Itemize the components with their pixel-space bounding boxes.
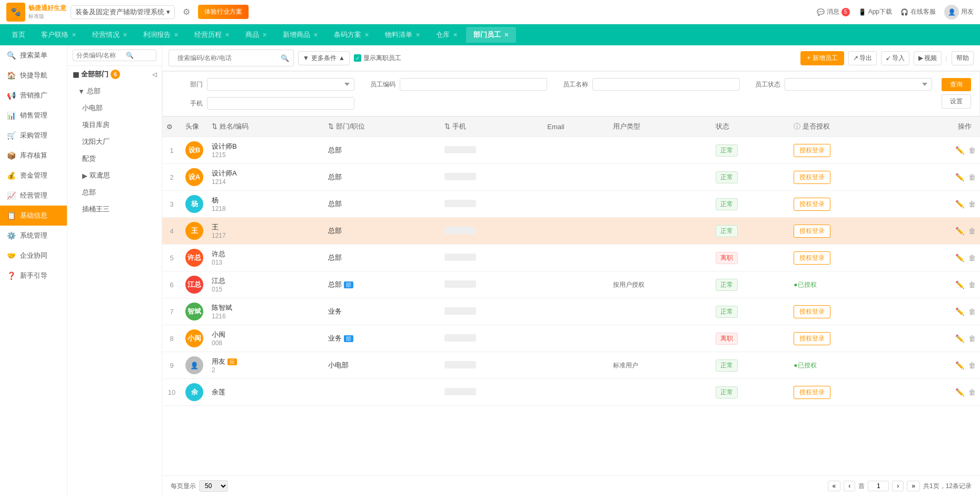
edit-icon[interactable]: ✏️ (955, 280, 964, 289)
tab-close-icon[interactable]: ✕ (364, 32, 369, 38)
tab-close-icon[interactable]: ✕ (174, 32, 179, 38)
auth-login-button[interactable]: 授权登录 (794, 225, 830, 238)
th-settings[interactable]: ⚙ (162, 116, 181, 137)
expand-arrow-icon[interactable]: ▶ (82, 172, 87, 180)
edit-icon[interactable]: ✏️ (955, 388, 964, 396)
nav-tab-条码方案[interactable]: 条码方案 ✕ (326, 27, 377, 43)
collapse-arrow-icon[interactable]: ▼ (78, 87, 85, 95)
tab-close-icon[interactable]: ✕ (313, 32, 318, 38)
add-employee-button[interactable]: + 新增员工 (800, 51, 844, 65)
edit-icon[interactable]: ✏️ (955, 254, 964, 262)
dept-item-shenyang[interactable]: 沈阳大厂 (67, 133, 162, 150)
nav-tab-首页[interactable]: 首页 (4, 27, 33, 43)
dept-search-input-wrap[interactable]: 🔍 (73, 50, 156, 61)
sidebar-item-enterprise[interactable]: 🤝企业协同 (0, 246, 67, 266)
edit-icon[interactable]: ✏️ (955, 334, 964, 343)
sidebar-item-finance[interactable]: 💰资金管理 (0, 166, 67, 186)
import-button[interactable]: ↙ 导入 (881, 51, 909, 65)
nav-tab-商品[interactable]: 商品 ✕ (238, 27, 274, 43)
search-input[interactable] (173, 52, 279, 64)
tab-close-icon[interactable]: ✕ (262, 32, 267, 38)
video-button[interactable]: ▶ 视频 (914, 51, 942, 65)
nav-tab-经营历程[interactable]: 经营历程 ✕ (187, 27, 237, 43)
dept-all[interactable]: ▦ 全部部门 6 ◁ (67, 66, 162, 83)
sidebar-item-new-guide[interactable]: ❓新手引导 (0, 266, 67, 286)
th-dept-pos[interactable]: ⇅ 部门/职位 (324, 116, 440, 137)
delete-icon[interactable]: 🗑 (968, 227, 976, 235)
search-box[interactable]: 🔍 (169, 50, 294, 66)
edit-icon[interactable]: ✏️ (955, 227, 964, 235)
edit-icon[interactable]: ✏️ (955, 200, 964, 208)
tab-close-icon[interactable]: ✕ (453, 32, 458, 38)
nav-tab-客户联络[interactable]: 客户联络 ✕ (34, 27, 84, 43)
query-button[interactable]: 查询 (942, 78, 971, 91)
sidebar-item-sys-mgmt[interactable]: ⚙️系统管理 (0, 226, 67, 246)
auth-login-button[interactable]: 授权登录 (794, 332, 830, 345)
current-page-input[interactable] (868, 481, 889, 491)
help-button[interactable]: 帮助 (952, 51, 974, 65)
delete-icon[interactable]: 🗑 (968, 334, 976, 343)
edit-icon[interactable]: ✏️ (955, 173, 964, 181)
sidebar-item-basic-info[interactable]: 📋基础信息 (0, 206, 67, 226)
dept-item-zongbu2[interactable]: 总部 (67, 184, 162, 201)
show-resigned-checkbox[interactable]: ✓ (354, 54, 361, 62)
filter-settings-button[interactable]: 设置 (942, 94, 971, 109)
gear-button[interactable]: ⚙ (179, 5, 194, 20)
sidebar-item-operations[interactable]: 📈经营管理 (0, 186, 67, 206)
delete-icon[interactable]: 🗑 (968, 254, 976, 262)
filter-dept-select[interactable] (207, 78, 354, 91)
nav-tab-利润报告[interactable]: 利润报告 ✕ (136, 27, 186, 43)
trial-button[interactable]: 体验行业方案 (198, 5, 249, 19)
dept-item-peihuo[interactable]: 配货 (67, 150, 162, 167)
delete-icon[interactable]: 🗑 (968, 173, 976, 181)
filter-empname-input[interactable] (592, 78, 740, 91)
filter-empcode-input[interactable] (400, 78, 547, 91)
delete-icon[interactable]: 🗑 (968, 146, 976, 154)
tab-close-icon[interactable]: ✕ (225, 32, 230, 38)
dept-item-zongbu-root[interactable]: ▼ 总部 (67, 83, 162, 100)
nav-tab-物料清单[interactable]: 物料清单 ✕ (378, 27, 428, 43)
auth-login-button[interactable]: 授权登录 (794, 198, 830, 211)
nav-tab-新增商品[interactable]: 新增商品 ✕ (275, 27, 325, 43)
edit-icon[interactable]: ✏️ (955, 307, 964, 316)
dept-item-shuangyuansi[interactable]: ▶ 双鸢思 (67, 167, 162, 184)
tab-close-icon[interactable]: ✕ (504, 32, 509, 38)
auth-login-button[interactable]: 授权登录 (794, 144, 830, 157)
message-button[interactable]: 💬 消息 5 (817, 7, 850, 16)
app-download-button[interactable]: 📱 App下载 (858, 7, 892, 16)
export-button[interactable]: ↗ 导出 (848, 51, 877, 65)
last-page-button[interactable]: » (907, 481, 920, 491)
auth-login-button[interactable]: 授权登录 (794, 386, 830, 399)
sidebar-item-search-menu[interactable]: 🔍搜索菜单 (0, 45, 67, 65)
tab-close-icon[interactable]: ✕ (415, 32, 420, 38)
sidebar-item-purchase[interactable]: 🛒采购管理 (0, 125, 67, 145)
sidebar-item-sales[interactable]: 📊销售管理 (0, 105, 67, 125)
show-resigned-label[interactable]: ✓ 显示离职员工 (354, 54, 401, 63)
first-page-button[interactable]: « (828, 481, 841, 491)
dept-item-xiangmu[interactable]: 项目库房 (67, 116, 162, 133)
sidebar-item-quick-nav[interactable]: 🏠快捷导航 (0, 65, 67, 85)
delete-icon[interactable]: 🗑 (968, 361, 976, 369)
sidebar-item-marketing[interactable]: 📢营销推广 (0, 85, 67, 105)
delete-icon[interactable]: 🗑 (968, 200, 976, 208)
edit-icon[interactable]: ✏️ (955, 361, 964, 369)
nav-tab-经营情况[interactable]: 经营情况 ✕ (85, 27, 135, 43)
auth-login-button[interactable]: 授权登录 (794, 305, 830, 318)
dept-search-input[interactable] (76, 52, 124, 59)
dept-collapse-icon[interactable]: ◁ (152, 71, 156, 78)
user-area[interactable]: 👤 用友 (944, 5, 974, 20)
nav-tab-仓库[interactable]: 仓库 ✕ (429, 27, 465, 43)
th-phone[interactable]: ⇅ 手机 (440, 116, 543, 137)
delete-icon[interactable]: 🗑 (968, 280, 976, 289)
filter-status-select[interactable] (785, 78, 932, 91)
prev-page-button[interactable]: ‹ (844, 481, 855, 491)
delete-icon[interactable]: 🗑 (968, 307, 976, 316)
tab-close-icon[interactable]: ✕ (72, 32, 76, 38)
dept-item-pumiu[interactable]: 插桶王三 (67, 201, 162, 218)
auth-login-button[interactable]: 授权登录 (794, 251, 830, 265)
next-page-button[interactable]: › (892, 481, 904, 491)
more-filter-button[interactable]: ▼ 更多条件 ▲ (298, 51, 350, 65)
sidebar-item-inventory[interactable]: 📦库存核算 (0, 145, 67, 166)
sys-title[interactable]: 装备及固定资产辅助管理系统 ▾ (71, 5, 175, 19)
auth-login-button[interactable]: 授权登录 (794, 171, 830, 184)
